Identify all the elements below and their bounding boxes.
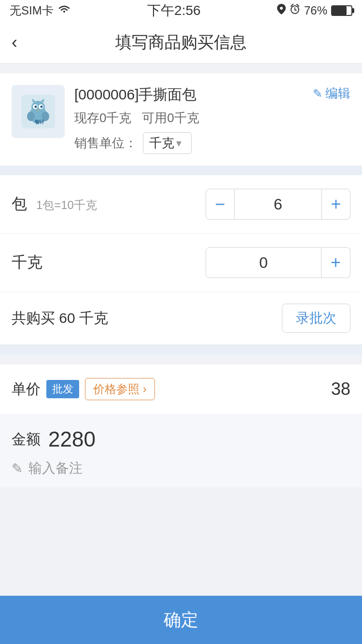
kg-increment-button[interactable]: + bbox=[321, 247, 350, 278]
svg-point-0 bbox=[280, 7, 283, 10]
status-left: 无SIM卡 bbox=[10, 3, 71, 18]
confirm-button[interactable]: 确定 bbox=[0, 596, 362, 644]
section-divider-2 bbox=[0, 345, 362, 354]
kg-quantity-input[interactable] bbox=[206, 247, 321, 278]
bao-increment-button[interactable]: + bbox=[321, 189, 350, 220]
kg-label: 千克 bbox=[12, 252, 206, 273]
price-value: 38 bbox=[331, 379, 350, 399]
batch-button[interactable]: 录批次 bbox=[282, 304, 350, 333]
amount-section: 金额 2280 ✎ 输入备注 bbox=[0, 414, 362, 487]
back-button[interactable]: ‹ bbox=[12, 32, 17, 53]
price-type-tag: 批发 bbox=[46, 380, 79, 398]
price-label: 单价 bbox=[12, 379, 41, 399]
wifi-icon bbox=[57, 4, 71, 17]
amount-row: 金额 2280 bbox=[12, 427, 350, 451]
kg-input-controls: + bbox=[206, 247, 350, 278]
alarm-icon bbox=[290, 4, 300, 17]
product-info: [0000006]手撕面包 现存0千克 可用0千克 销售单位： 千克 ▾ bbox=[74, 85, 350, 154]
price-section: 单价 批发 价格参照 › 38 bbox=[0, 364, 362, 414]
battery-percent: 76% bbox=[304, 4, 327, 17]
remark-row[interactable]: ✎ 输入备注 bbox=[12, 459, 350, 477]
edit-button[interactable]: ✎ 编辑 bbox=[313, 85, 350, 102]
battery-icon bbox=[331, 5, 352, 16]
status-right: 76% bbox=[277, 4, 352, 17]
bao-sublabel: 1包=10千克 bbox=[36, 198, 97, 211]
edit-icon: ✎ bbox=[313, 87, 322, 100]
status-time: 下午2:56 bbox=[147, 1, 201, 20]
svg-point-10 bbox=[41, 106, 43, 108]
section-divider-1 bbox=[0, 166, 362, 175]
chevron-down-icon: ▾ bbox=[176, 137, 181, 150]
product-image: 智计 bbox=[12, 85, 65, 138]
bao-quantity-input[interactable] bbox=[235, 189, 321, 220]
amount-value: 2280 bbox=[48, 427, 96, 451]
bao-input-row: 包 1包=10千克 − + bbox=[0, 175, 362, 234]
product-unit: 销售单位： 千克 ▾ bbox=[74, 132, 350, 154]
total-row: 共购买 60 千克 录批次 bbox=[0, 292, 362, 345]
kg-input-row: 千克 + bbox=[0, 234, 362, 292]
price-reference-button[interactable]: 价格参照 › bbox=[85, 378, 155, 400]
bao-input-controls: − + bbox=[206, 189, 350, 220]
svg-point-9 bbox=[35, 106, 37, 108]
svg-point-12 bbox=[27, 112, 35, 121]
input-section: 包 1包=10千克 − + 千克 + 共购买 60 千克 录批次 bbox=[0, 175, 362, 345]
price-left: 单价 批发 价格参照 › bbox=[12, 378, 155, 400]
bao-label: 包 1包=10千克 bbox=[12, 194, 206, 215]
product-logo: 智计 bbox=[21, 95, 55, 128]
svg-text:智计: 智计 bbox=[34, 119, 45, 125]
product-card: 智计 [0000006]手撕面包 现存0千克 可用0千克 销售单位： 千克 ▾ … bbox=[0, 73, 362, 166]
total-text: 共购买 60 千克 bbox=[12, 308, 108, 328]
amount-label: 金额 bbox=[12, 430, 41, 449]
product-stock: 现存0千克 可用0千克 bbox=[74, 110, 350, 126]
page-title: 填写商品购买信息 bbox=[115, 31, 247, 54]
unit-selector[interactable]: 千克 ▾ bbox=[143, 132, 192, 154]
header: ‹ 填写商品购买信息 bbox=[0, 21, 362, 64]
remark-placeholder[interactable]: 输入备注 bbox=[28, 459, 83, 477]
bao-decrement-button[interactable]: − bbox=[206, 189, 235, 220]
status-bar: 无SIM卡 下午2:56 76% bbox=[0, 0, 362, 21]
pencil-icon: ✎ bbox=[12, 461, 23, 476]
carrier-label: 无SIM卡 bbox=[10, 3, 54, 18]
location-icon bbox=[277, 4, 286, 17]
product-name: [0000006]手撕面包 bbox=[74, 85, 350, 105]
price-row: 单价 批发 价格参照 › 38 bbox=[12, 378, 350, 400]
